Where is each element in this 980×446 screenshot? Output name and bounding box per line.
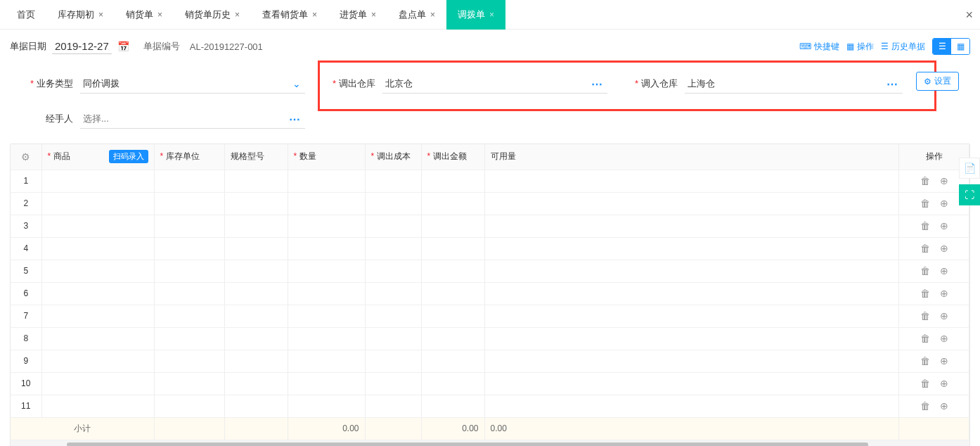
cell-product[interactable] [41,327,154,350]
cell-unit[interactable] [154,260,224,282]
delete-icon[interactable]: 🗑 [920,333,930,344]
cell-amount[interactable] [421,170,484,192]
table-row[interactable]: 9🗑⊕ [11,350,969,372]
cell-unit[interactable] [154,170,224,192]
close-icon[interactable]: × [371,10,376,20]
add-row-icon[interactable]: ⊕ [940,220,948,231]
cell-spec[interactable] [224,395,288,417]
more-icon[interactable]: ⋯ [591,77,603,91]
cell-cost[interactable] [365,327,421,350]
cell-product[interactable] [41,350,154,372]
cell-product[interactable] [41,192,154,215]
table-row[interactable]: 10🗑⊕ [11,372,969,395]
cell-unit[interactable] [154,237,224,260]
more-icon[interactable]: ⋯ [289,113,301,126]
close-icon[interactable]: × [98,10,103,20]
cell-amount[interactable] [421,282,484,305]
delete-icon[interactable]: 🗑 [920,288,930,299]
cell-amount[interactable] [421,327,484,350]
cell-amount[interactable] [421,215,484,237]
table-row[interactable]: 2🗑⊕ [11,192,969,215]
history-link[interactable]: ☰历史单据 [881,41,925,53]
cell-cost[interactable] [365,260,421,282]
operate-link[interactable]: ▦操作 [846,41,874,53]
add-row-icon[interactable]: ⊕ [940,355,948,367]
tab-sales-history[interactable]: 销货单历史× [174,0,251,30]
cell-unit[interactable] [154,305,224,327]
cell-product[interactable] [41,237,154,260]
close-icon[interactable]: × [430,10,435,20]
cell-available[interactable] [484,282,899,305]
cell-product[interactable] [41,282,154,305]
cell-unit[interactable] [154,282,224,305]
tab-purchase[interactable]: 进货单× [328,0,387,30]
calendar-icon[interactable]: 📅 [117,41,129,52]
cell-amount[interactable] [421,350,484,372]
cell-product[interactable] [41,260,154,282]
delete-icon[interactable]: 🗑 [920,220,930,231]
cell-qty[interactable] [288,215,365,237]
delete-icon[interactable]: 🗑 [920,243,930,254]
table-row[interactable]: 4🗑⊕ [11,237,969,260]
cell-qty[interactable] [288,237,365,260]
cell-qty[interactable] [288,395,365,417]
cell-product[interactable] [41,395,154,417]
cell-cost[interactable] [365,372,421,395]
cell-spec[interactable] [224,282,288,305]
cell-amount[interactable] [421,260,484,282]
cell-product[interactable] [41,305,154,327]
cell-qty[interactable] [288,372,365,395]
close-icon[interactable]: × [235,10,240,20]
cell-available[interactable] [484,305,899,327]
cell-spec[interactable] [224,237,288,260]
cell-amount[interactable] [421,305,484,327]
cell-unit[interactable] [154,372,224,395]
add-row-icon[interactable]: ⊕ [940,310,948,321]
delete-icon[interactable]: 🗑 [920,175,930,186]
table-row[interactable]: 5🗑⊕ [11,260,969,282]
cell-amount[interactable] [421,372,484,395]
cell-available[interactable] [484,260,899,282]
table-row[interactable]: 7🗑⊕ [11,305,969,327]
add-row-icon[interactable]: ⊕ [940,378,948,389]
cell-unit[interactable] [154,192,224,215]
cell-spec[interactable] [224,372,288,395]
cell-spec[interactable] [224,215,288,237]
cell-spec[interactable] [224,327,288,350]
cell-qty[interactable] [288,305,365,327]
view-grid-button[interactable]: ▦ [951,39,969,54]
tab-view-sales[interactable]: 查看销货单× [251,0,328,30]
table-row[interactable]: 11🗑⊕ [11,395,969,417]
more-icon[interactable]: ⋯ [886,77,898,91]
cell-spec[interactable] [224,305,288,327]
cell-cost[interactable] [365,237,421,260]
cell-available[interactable] [484,170,899,192]
shortcut-link[interactable]: ⌨快捷键 [799,41,839,53]
handler-input[interactable] [80,109,305,129]
delete-icon[interactable]: 🗑 [920,198,930,209]
cell-unit[interactable] [154,395,224,417]
cell-cost[interactable] [365,192,421,215]
cell-cost[interactable] [365,170,421,192]
delete-icon[interactable]: 🗑 [920,378,930,389]
cell-amount[interactable] [421,395,484,417]
biz-type-select[interactable] [80,74,305,94]
table-row[interactable]: 6🗑⊕ [11,282,969,305]
cell-cost[interactable] [365,282,421,305]
cell-spec[interactable] [224,170,288,192]
cell-available[interactable] [484,215,899,237]
add-row-icon[interactable]: ⊕ [940,333,948,344]
add-row-icon[interactable]: ⊕ [940,400,948,412]
fullscreen-button[interactable]: ⛶ [959,184,980,205]
out-warehouse-input[interactable] [382,74,607,94]
cell-available[interactable] [484,327,899,350]
table-row[interactable]: 3🗑⊕ [11,215,969,237]
cell-qty[interactable] [288,282,365,305]
cell-product[interactable] [41,372,154,395]
cell-available[interactable] [484,350,899,372]
cell-available[interactable] [484,395,899,417]
delete-icon[interactable]: 🗑 [920,265,930,276]
tab-home[interactable]: 首页 [6,0,46,30]
cell-product[interactable] [41,215,154,237]
add-row-icon[interactable]: ⊕ [940,265,948,276]
